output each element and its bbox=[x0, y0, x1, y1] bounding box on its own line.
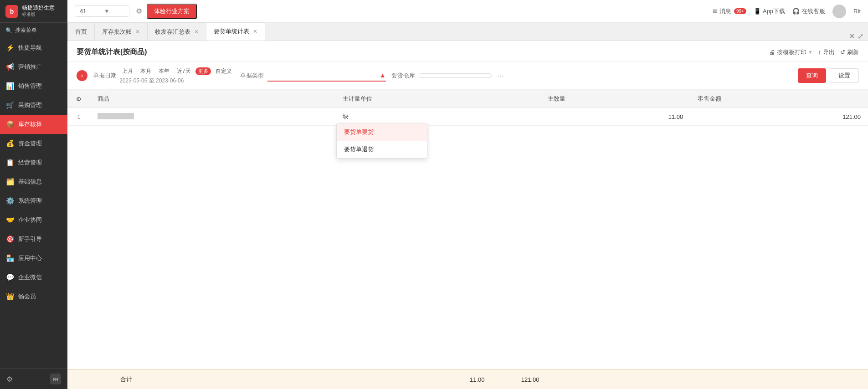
print-dropdown-icon: ▼ bbox=[808, 50, 813, 55]
sidebar-item-purchase[interactable]: 🛒 采购管理 bbox=[0, 96, 67, 115]
row-quantity: 11.00 bbox=[540, 108, 690, 126]
sidebar-item-appstore[interactable]: 🏪 应用中心 bbox=[0, 249, 67, 268]
promo-button[interactable]: 体验行业方案 bbox=[147, 4, 197, 19]
warehouse-filter-group: 要货仓库 ··· bbox=[391, 71, 504, 81]
search-icon: 🔍 bbox=[5, 27, 12, 34]
appstore-label: 应用中心 bbox=[18, 254, 42, 262]
online-service-action[interactable]: 🎧 在线客服 bbox=[792, 7, 825, 15]
collapse-icon: ⏮ bbox=[53, 376, 58, 382]
sidebar-item-finance[interactable]: 💰 资金管理 bbox=[0, 134, 67, 153]
date-btn-custom[interactable]: 自定义 bbox=[213, 67, 235, 76]
date-btn-more[interactable]: 更多 bbox=[195, 67, 211, 75]
quick-nav-icon: ⚡ bbox=[5, 43, 15, 52]
warehouse-filter-select[interactable] bbox=[419, 73, 492, 78]
user-avatar[interactable] bbox=[832, 5, 846, 18]
tab-collect-summary-close[interactable]: ✕ bbox=[194, 29, 199, 35]
tab-inventory-batch-close[interactable]: ✕ bbox=[135, 29, 140, 35]
logo-area: b 畅捷通好生意 标准版 bbox=[0, 0, 67, 23]
tab-home[interactable]: 首页 bbox=[67, 22, 95, 41]
sidebar-item-sales[interactable]: 📊 销售管理 bbox=[0, 77, 67, 96]
branch-dropdown-icon: ▼ bbox=[104, 8, 124, 15]
col-settings[interactable]: ⚙ bbox=[67, 90, 90, 108]
sidebar-item-enterprise[interactable]: 🤝 企业协同 bbox=[0, 210, 67, 230]
table-row: 1 块 11.00 121.00 bbox=[67, 108, 868, 126]
table-container: ⚙ 商品 主计量单位 主数量 零售金额 1 块 11.00 bbox=[67, 90, 868, 126]
dropdown-item-order-return[interactable]: 要货单退货 bbox=[337, 141, 427, 158]
sidebar-item-guide[interactable]: 🎯 新手引导 bbox=[0, 230, 67, 249]
filter-expand-button[interactable]: › bbox=[77, 70, 87, 81]
guide-label: 新手引导 bbox=[18, 235, 42, 243]
sidebar-item-basics[interactable]: 🗂️ 基础信息 bbox=[0, 172, 67, 191]
basics-label: 基础信息 bbox=[18, 178, 42, 186]
total-row: 合计 11.00 121.00 bbox=[67, 369, 868, 389]
message-badge: 99+ bbox=[734, 8, 746, 14]
col-product: 商品 bbox=[90, 90, 335, 108]
branch-selector[interactable]: 41 ▼ bbox=[75, 5, 129, 17]
purchase-icon: 🛒 bbox=[5, 101, 15, 110]
search-label: 搜索菜单 bbox=[15, 26, 37, 34]
total-quantity: 11.00 bbox=[447, 376, 492, 383]
date-btn-this-year[interactable]: 本年 bbox=[156, 67, 172, 76]
type-filter-arrow: ▲ bbox=[380, 72, 386, 79]
date-btn-7days[interactable]: 近7天 bbox=[174, 67, 194, 76]
sidebar-item-quick-nav[interactable]: ⚡ 快捷导航 bbox=[0, 38, 67, 57]
inventory-icon: 📦 bbox=[5, 120, 15, 129]
settings-footer-icon[interactable]: ⚙ bbox=[6, 375, 13, 384]
tab-order-stats[interactable]: 要货单统计表 ✕ bbox=[206, 22, 265, 41]
refresh-button[interactable]: ↺ 刷新 bbox=[840, 48, 859, 56]
sidebar-item-operations[interactable]: 📋 经营管理 bbox=[0, 153, 67, 172]
sidebar: b 畅捷通好生意 标准版 🔍 搜索菜单 ⚡ 快捷导航 📢 营销推广 📊 销售管理… bbox=[0, 0, 67, 389]
refresh-label: 刷新 bbox=[847, 48, 859, 56]
tab-close-all-icon[interactable]: ✕ bbox=[849, 32, 855, 41]
main-content: 41 ▼ ⚙ 体验行业方案 ✉ 消息 99+ 📱 App下载 🎧 在线客服 Ri… bbox=[67, 0, 868, 389]
filter-more-icon[interactable]: ··· bbox=[497, 71, 504, 81]
tab-inventory-batch-label: 库存批次账 bbox=[102, 28, 132, 36]
export-button[interactable]: ↑ 导出 bbox=[818, 48, 835, 56]
type-filter-input[interactable] bbox=[267, 72, 380, 79]
sidebar-item-marketing[interactable]: 📢 营销推广 bbox=[0, 57, 67, 77]
type-filter-label: 单据类型 bbox=[240, 72, 264, 80]
user-name: Rit bbox=[853, 8, 861, 15]
total-label: 合计 bbox=[120, 375, 132, 384]
marketing-icon: 📢 bbox=[5, 62, 15, 72]
collapse-button[interactable]: ⏮ bbox=[50, 374, 61, 384]
print-label: 按模板打印 bbox=[777, 48, 806, 56]
tab-order-stats-close[interactable]: ✕ bbox=[253, 28, 257, 35]
print-icon: 🖨 bbox=[769, 49, 775, 56]
query-button[interactable]: 查询 bbox=[798, 68, 826, 83]
operations-icon: 📋 bbox=[5, 158, 15, 167]
operations-label: 经营管理 bbox=[18, 159, 42, 167]
enterprise-icon: 🤝 bbox=[5, 215, 15, 225]
export-label: 导出 bbox=[823, 48, 835, 56]
expand-icon: › bbox=[81, 72, 83, 79]
message-action[interactable]: ✉ 消息 99+ bbox=[713, 7, 746, 15]
data-table: ⚙ 商品 主计量单位 主数量 零售金额 1 块 11.00 bbox=[67, 90, 868, 126]
page-title: 要货单统计表(按商品) bbox=[77, 47, 147, 57]
settings-button[interactable]: 设置 bbox=[830, 68, 859, 83]
sidebar-item-inventory[interactable]: 📦 库存核算 bbox=[0, 115, 67, 134]
tab-order-stats-label: 要货单统计表 bbox=[214, 27, 249, 36]
purchase-label: 采购管理 bbox=[18, 101, 42, 109]
dropdown-item-order-return-label: 要货单退货 bbox=[344, 146, 374, 153]
warehouse-filter-label: 要货仓库 bbox=[391, 72, 415, 80]
date-btn-last-month[interactable]: 上月 bbox=[119, 67, 136, 76]
logo-text: 畅捷通好生意 bbox=[22, 5, 55, 12]
tab-inventory-batch[interactable]: 库存批次账 ✕ bbox=[95, 22, 148, 41]
sidebar-item-wechat[interactable]: 💬 企业微信 bbox=[0, 268, 67, 287]
tab-expand-icon[interactable]: ⤢ bbox=[858, 32, 863, 41]
tab-collect-summary[interactable]: 收发存汇总表 ✕ bbox=[148, 22, 206, 41]
dropdown-item-order-goods[interactable]: 要货单要货 bbox=[337, 123, 427, 141]
page-header: 要货单统计表(按商品) 🖨 按模板打印 ▼ ↑ 导出 ↺ 刷新 bbox=[67, 41, 868, 62]
settings-gear-icon[interactable]: ⚙ bbox=[136, 7, 142, 15]
quick-nav-label: 快捷导航 bbox=[18, 44, 42, 52]
date-btn-this-month[interactable]: 本月 bbox=[138, 67, 154, 76]
print-template-button[interactable]: 🖨 按模板打印 ▼ bbox=[769, 48, 813, 56]
content-area: 要货单统计表(按商品) 🖨 按模板打印 ▼ ↑ 导出 ↺ 刷新 bbox=[67, 41, 868, 389]
sidebar-item-member[interactable]: 👑 畅会员 bbox=[0, 287, 67, 306]
type-filter-select[interactable]: ▲ bbox=[267, 70, 386, 82]
sidebar-search[interactable]: 🔍 搜索菜单 bbox=[0, 23, 67, 38]
sidebar-item-system[interactable]: ⚙️ 系统管理 bbox=[0, 191, 67, 210]
topbar-left: 41 ▼ ⚙ 体验行业方案 bbox=[75, 4, 197, 19]
app-download-action[interactable]: 📱 App下载 bbox=[754, 7, 785, 15]
service-icon: 🎧 bbox=[792, 8, 800, 15]
